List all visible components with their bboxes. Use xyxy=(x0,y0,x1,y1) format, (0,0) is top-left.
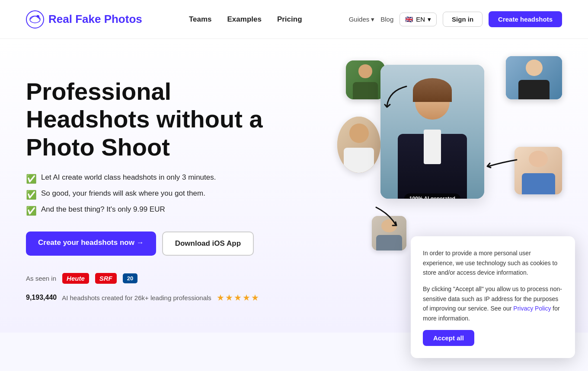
nav-examples[interactable]: Examples xyxy=(227,15,262,24)
as-seen-label: As seen in xyxy=(26,275,56,282)
cta-secondary-button[interactable]: Download iOS App xyxy=(162,231,254,256)
privacy-policy-link[interactable]: Privacy Policy xyxy=(513,305,551,312)
as-seen-row: As seen in Heute SRF 20 xyxy=(26,273,294,284)
feature-item: ✅ So good, your friends will ask where y… xyxy=(26,189,294,200)
nav-blog[interactable]: Blog xyxy=(380,16,393,23)
ai-badge: 100% AI generated xyxy=(404,193,460,199)
collage-photo-midleft xyxy=(337,117,380,173)
create-headshots-button[interactable]: Create headshots xyxy=(489,11,562,27)
check-icon: ✅ xyxy=(26,206,37,216)
hero-left: Professional Headshots without a Photo S… xyxy=(26,65,294,303)
navbar: Real Fake Photos Teams Examples Pricing … xyxy=(0,0,588,39)
signin-button[interactable]: Sign in xyxy=(443,12,483,27)
cookie-text-1: In order to provide a more personal user… xyxy=(423,248,563,277)
stars-rating: ★★★★★ xyxy=(217,292,260,303)
nav-right: Guides ▾ Blog 🇬🇧 EN ▾ Sign in Create hea… xyxy=(349,11,562,27)
guides-button[interactable]: Guides ▾ xyxy=(349,16,375,23)
svg-point-0 xyxy=(26,11,44,28)
logo-link[interactable]: Real Fake Photos xyxy=(26,10,142,29)
hero-title: Professional Headshots without a Photo S… xyxy=(26,78,294,161)
logo-icon xyxy=(26,10,44,29)
stats-text: AI headshots created for 26k+ leading pr… xyxy=(62,294,211,301)
media-20min: 20 xyxy=(123,273,137,283)
arrow-icon xyxy=(368,203,402,229)
cookie-banner: In order to provide a more personal user… xyxy=(411,236,575,358)
collage-photo-botright xyxy=(514,147,562,194)
chevron-down-icon: ▾ xyxy=(428,16,431,23)
flag-icon: 🇬🇧 xyxy=(405,16,413,23)
collage-photo-topleft xyxy=(346,60,385,99)
chevron-down-icon: ▾ xyxy=(371,16,374,23)
check-icon: ✅ xyxy=(26,174,37,184)
nav-teams[interactable]: Teams xyxy=(189,15,212,24)
stats-row: 9,193,440 AI headshots created for 26k+ … xyxy=(26,292,294,303)
accept-all-button[interactable]: Accept all xyxy=(423,330,474,346)
arrow-icon xyxy=(380,82,415,112)
media-srf: SRF xyxy=(95,273,117,284)
collage-photo-topright xyxy=(506,56,562,99)
check-icon: ✅ xyxy=(26,190,37,200)
language-selector[interactable]: 🇬🇧 EN ▾ xyxy=(399,13,437,26)
cookie-text-2: By clicking "Accept all" you allow us to… xyxy=(423,284,563,323)
nav-pricing[interactable]: Pricing xyxy=(277,15,302,24)
hero-cta: Create your headshots now → Download iOS… xyxy=(26,231,294,256)
hero-features: ✅ Let AI create world class headshots in… xyxy=(26,173,294,216)
logo-text: Real Fake Photos xyxy=(48,13,142,26)
nav-links: Teams Examples Pricing xyxy=(189,15,302,24)
media-heute: Heute xyxy=(62,273,89,284)
feature-item: ✅ And the best thing? It's only 9.99 EUR xyxy=(26,205,294,216)
arrow-icon xyxy=(482,151,521,177)
feature-item: ✅ Let AI create world class headshots in… xyxy=(26,173,294,184)
stats-count: 9,193,440 xyxy=(26,294,57,301)
cta-primary-button[interactable]: Create your headshots now → xyxy=(26,231,156,256)
